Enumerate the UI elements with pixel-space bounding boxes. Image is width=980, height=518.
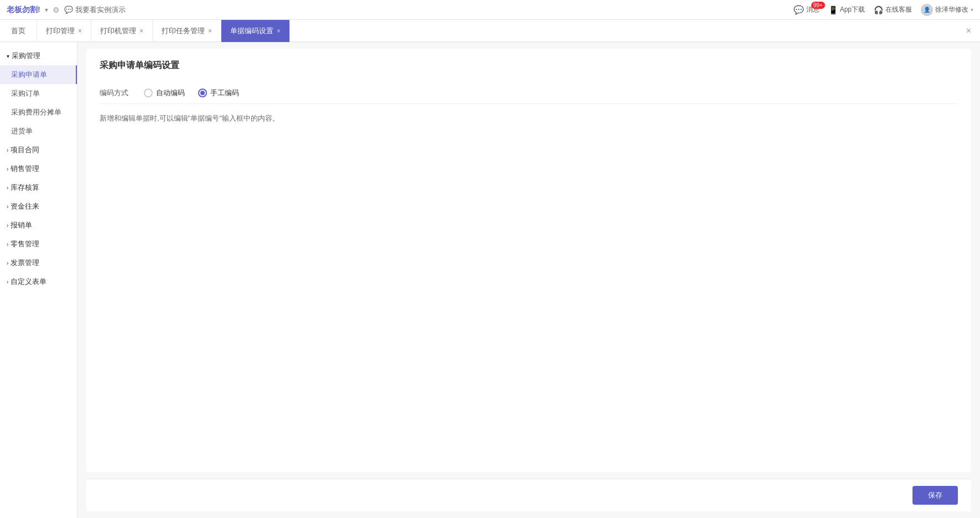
sidebar-group-finance: › 资金往来 <box>0 197 77 216</box>
radio-auto-circle <box>144 89 153 97</box>
app-logo: 老板勿割! <box>7 5 40 15</box>
tab-encoding-settings-close[interactable]: × <box>277 27 281 35</box>
tab-bar-close-all[interactable]: × <box>957 26 980 36</box>
tab-home[interactable]: 首页 <box>0 20 37 42</box>
sidebar-group-invoice: › 发票管理 <box>0 253 77 272</box>
tab-printer-manage-label: 打印机管理 <box>100 26 136 36</box>
app-download-button[interactable]: 📱 App下载 <box>828 5 865 14</box>
chevron-right-icon: › <box>7 279 8 285</box>
main-layout: ▾ 采购管理 采购申请单 采购订单 采购费用分摊单 进货单 › 项目合同 <box>0 42 980 518</box>
chevron-right-icon: › <box>7 260 8 266</box>
sidebar-item-incoming[interactable]: 进货单 <box>0 122 77 141</box>
tab-encoding-settings-label: 单据编码设置 <box>230 26 273 36</box>
tab-printer-manage[interactable]: 打印机管理 × <box>91 20 153 42</box>
chevron-right-icon: › <box>7 166 8 172</box>
content-footer: 保存 <box>86 479 971 511</box>
tab-print-manage-label: 打印管理 <box>46 26 75 36</box>
sidebar-group-project: › 项目合同 <box>0 141 77 159</box>
tab-bar: 首页 打印管理 × 打印机管理 × 打印任务管理 × 单据编码设置 × × <box>0 20 980 42</box>
sidebar-group-retail: › 零售管理 <box>0 235 77 253</box>
hint-text: 新增和编辑单据时,可以编辑"单据编号"输入框中的内容。 <box>100 113 958 125</box>
top-bar: 老板勿割! ▾ ⚙ 💬 我要看实例演示 💬 消息 99+ 📱 App下载 🎧 在… <box>0 0 980 20</box>
save-button[interactable]: 保存 <box>912 486 958 505</box>
chevron-right-icon: › <box>7 222 8 229</box>
online-service-button[interactable]: 🎧 在线客服 <box>874 5 912 14</box>
sidebar-group-project-title[interactable]: › 项目合同 <box>0 141 77 159</box>
sidebar-group-retail-title[interactable]: › 零售管理 <box>0 235 77 253</box>
sidebar: ▾ 采购管理 采购申请单 采购订单 采购费用分摊单 进货单 › 项目合同 <box>0 42 77 518</box>
encoding-label: 编码方式 <box>100 88 144 98</box>
download-icon: 📱 <box>828 6 838 14</box>
tab-printer-manage-close[interactable]: × <box>139 27 143 35</box>
chevron-down-icon: ▾ <box>971 7 973 13</box>
chevron-right-icon: › <box>7 204 8 210</box>
message-button[interactable]: 💬 消息 99+ <box>794 5 820 15</box>
sidebar-group-finance-title[interactable]: › 资金往来 <box>0 197 77 216</box>
tab-print-task-close[interactable]: × <box>208 27 212 35</box>
page-title: 采购申请单编码设置 <box>100 60 958 71</box>
chevron-right-icon: › <box>7 241 8 247</box>
content-panel: 采购申请单编码设置 编码方式 自动编码 手工编码 新增和编辑单据时,可以编辑"单… <box>86 49 971 472</box>
content: 采购申请单编码设置 编码方式 自动编码 手工编码 新增和编辑单据时,可以编辑"单… <box>77 42 980 518</box>
radio-manual-code[interactable]: 手工编码 <box>198 88 239 98</box>
user-menu[interactable]: 👤 徐泽华修改 ▾ <box>921 4 973 16</box>
sidebar-group-invoice-title[interactable]: › 发票管理 <box>0 253 77 272</box>
chevron-down-icon[interactable]: ▾ <box>45 6 48 14</box>
radio-auto-label: 自动编码 <box>156 88 185 98</box>
demo-link[interactable]: 💬 我要看实例演示 <box>64 5 126 15</box>
tab-home-label: 首页 <box>11 26 25 36</box>
tab-print-task[interactable]: 打印任务管理 × <box>153 20 221 42</box>
sidebar-group-expense-report: › 报销单 <box>0 216 77 235</box>
radio-group: 自动编码 手工编码 <box>144 88 239 98</box>
sidebar-group-inventory: › 库存核算 <box>0 178 77 197</box>
radio-auto-code[interactable]: 自动编码 <box>144 88 185 98</box>
sidebar-group-purchase-title[interactable]: ▾ 采购管理 <box>0 46 77 65</box>
tab-encoding-settings[interactable]: 单据编码设置 × <box>221 20 290 42</box>
message-badge: 99+ <box>811 2 825 9</box>
top-bar-left: 老板勿割! ▾ ⚙ 💬 我要看实例演示 <box>7 5 126 15</box>
radio-manual-label: 手工编码 <box>210 88 239 98</box>
sidebar-group-custom-form-title[interactable]: › 自定义表单 <box>0 272 77 291</box>
sidebar-item-purchase-expense[interactable]: 采购费用分摊单 <box>0 103 77 122</box>
tab-print-task-label: 打印任务管理 <box>162 26 205 36</box>
chevron-down-icon: ▾ <box>7 53 9 59</box>
sidebar-group-sales-title[interactable]: › 销售管理 <box>0 159 77 178</box>
avatar: 👤 <box>921 4 933 16</box>
sidebar-group-purchase: ▾ 采购管理 采购申请单 采购订单 采购费用分摊单 进货单 <box>0 46 77 141</box>
sidebar-group-inventory-title[interactable]: › 库存核算 <box>0 178 77 197</box>
chevron-right-icon: › <box>7 185 8 191</box>
encoding-row: 编码方式 自动编码 手工编码 <box>100 82 958 104</box>
tab-print-manage-close[interactable]: × <box>78 27 82 35</box>
tab-print-manage[interactable]: 打印管理 × <box>37 20 91 42</box>
sidebar-item-purchase-request[interactable]: 采购申请单 <box>0 65 77 84</box>
headset-icon: 🎧 <box>874 6 883 14</box>
chevron-right-icon: › <box>7 147 8 153</box>
sidebar-group-custom-form: › 自定义表单 <box>0 272 77 291</box>
radio-manual-circle <box>198 89 207 97</box>
message-icon: 💬 <box>794 5 804 15</box>
settings-icon[interactable]: ⚙ <box>53 6 60 14</box>
top-bar-right: 💬 消息 99+ 📱 App下载 🎧 在线客服 👤 徐泽华修改 ▾ <box>794 4 973 16</box>
sidebar-group-sales: › 销售管理 <box>0 159 77 178</box>
sidebar-group-expense-report-title[interactable]: › 报销单 <box>0 216 77 235</box>
sidebar-item-purchase-order[interactable]: 采购订单 <box>0 84 77 103</box>
